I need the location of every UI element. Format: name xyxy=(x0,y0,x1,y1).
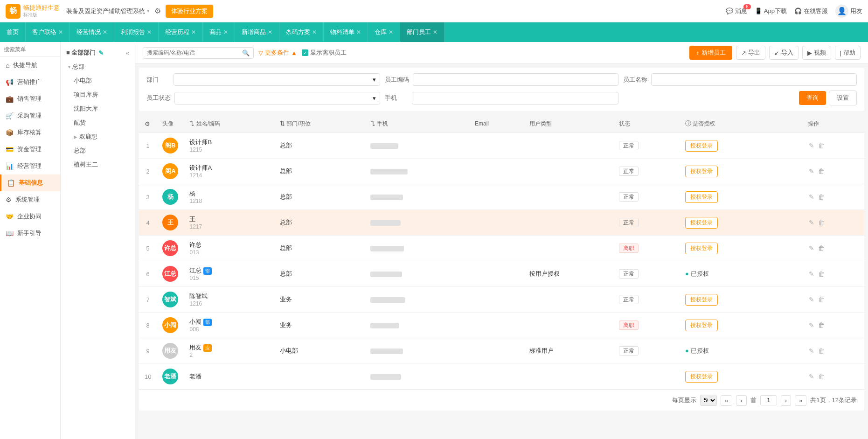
sidebar-item-purchase[interactable]: 🛒 采购管理 xyxy=(0,107,60,124)
nav-item-warehouse[interactable]: 仓库 ✕ xyxy=(368,22,400,42)
dept-item-project[interactable]: 项目库房 xyxy=(61,88,135,102)
auth-login-button[interactable]: 授权登录 xyxy=(685,294,718,306)
delete-button[interactable]: 🗑 xyxy=(818,296,825,303)
sidebar-item-nav[interactable]: ⌂ 快捷导航 xyxy=(0,57,60,74)
status-filter-select[interactable]: ▾ xyxy=(174,92,380,105)
sidebar-item-basic[interactable]: 📋 基础信息 xyxy=(0,174,60,191)
close-icon[interactable]: ✕ xyxy=(268,29,272,35)
more-filter-button[interactable]: ▽ 更多条件 ▲ xyxy=(258,49,297,57)
delete-button[interactable]: 🗑 xyxy=(818,373,825,380)
dept-item-xd[interactable]: 小电部 xyxy=(61,74,135,88)
search-input-wrap[interactable]: 🔍 xyxy=(143,47,254,59)
reset-button[interactable]: 设置 xyxy=(829,91,857,105)
video-button[interactable]: ▶ 视频 xyxy=(802,46,831,60)
query-button[interactable]: 查询 xyxy=(799,91,826,105)
auth-login-button[interactable]: 授权登录 xyxy=(685,371,718,383)
online-service-button[interactable]: 🎧 在线客服 xyxy=(794,7,828,15)
nav-item-add-goods[interactable]: 新增商品 ✕ xyxy=(235,22,279,42)
sidebar-item-guide[interactable]: 📖 新手引导 xyxy=(0,225,60,242)
dept-item-shuangluxiang[interactable]: ▶双鹿想 xyxy=(61,130,135,144)
close-icon[interactable]: ✕ xyxy=(223,29,228,35)
page-size-select[interactable]: 50 100 xyxy=(700,395,717,406)
close-icon[interactable]: ✕ xyxy=(312,29,317,35)
close-icon[interactable]: ✕ xyxy=(389,29,393,35)
user-avatar-button[interactable]: 👤 用友 xyxy=(835,5,862,18)
auth-login-button[interactable]: 授权登录 xyxy=(685,191,718,203)
delete-button[interactable]: 🗑 xyxy=(818,167,825,175)
nav-item-home[interactable]: 首页 xyxy=(0,22,26,42)
edit-dept-icon[interactable]: ✎ xyxy=(98,49,104,56)
show-resign-checkbox[interactable]: 显示离职员工 xyxy=(302,49,347,57)
sidebar-search-input[interactable] xyxy=(4,46,61,53)
empname-filter-input[interactable] xyxy=(651,73,857,86)
dept-item-shenyang[interactable]: 沈阳大库 xyxy=(61,102,135,116)
export-button[interactable]: ↗ 导出 xyxy=(736,46,765,60)
close-icon[interactable]: ✕ xyxy=(191,29,196,35)
sidebar-item-collab[interactable]: 🤝 企业协同 xyxy=(0,208,60,225)
sidebar-item-marketing[interactable]: 📢 营销推广 xyxy=(0,74,60,91)
app-download-button[interactable]: 📱 App下载 xyxy=(755,7,787,15)
edit-button[interactable]: ✎ xyxy=(809,347,814,355)
add-employee-button[interactable]: + 新增员工 xyxy=(689,46,732,60)
dept-item-headquarters[interactable]: ▾总部 xyxy=(61,60,135,74)
first-page-button[interactable]: « xyxy=(721,395,732,406)
close-icon[interactable]: ✕ xyxy=(356,29,361,35)
experience-button[interactable]: 体验行业方案 xyxy=(166,5,213,18)
edit-button[interactable]: ✎ xyxy=(809,270,814,278)
sidebar-item-manage[interactable]: 📊 经营管理 xyxy=(0,158,60,174)
edit-button[interactable]: ✎ xyxy=(809,373,814,380)
col-dept[interactable]: ⇅ 部门/职位 xyxy=(274,115,365,133)
col-phone[interactable]: ⇅ 手机 xyxy=(365,115,469,133)
sidebar-search[interactable]: 🔍 xyxy=(0,42,60,57)
dept-filter-select[interactable]: ▾ xyxy=(174,73,380,86)
prev-page-button[interactable]: ‹ xyxy=(736,395,746,406)
search-input[interactable] xyxy=(147,49,240,56)
edit-button[interactable]: ✎ xyxy=(809,321,814,329)
nav-item-customer[interactable]: 客户联络 ✕ xyxy=(26,22,70,42)
col-name[interactable]: ⇅ 姓名/编码 xyxy=(184,115,274,133)
chevron-down-icon[interactable]: ▾ xyxy=(147,8,150,14)
sidebar-item-system[interactable]: ⚙ 系统管理 xyxy=(0,191,60,208)
delete-button[interactable]: 🗑 xyxy=(818,347,825,355)
nav-item-profit[interactable]: 利润报告 ✕ xyxy=(114,22,159,42)
auth-login-button[interactable]: 授权登录 xyxy=(685,217,718,229)
edit-button[interactable]: ✎ xyxy=(809,167,814,175)
sidebar-item-inventory[interactable]: 📦 库存核算 xyxy=(0,124,60,141)
edit-button[interactable]: ✎ xyxy=(809,296,814,303)
auth-login-button[interactable]: 授权登录 xyxy=(685,243,718,254)
nav-item-dept-staff[interactable]: 部门员工 ✕ xyxy=(400,22,444,42)
collapse-tree-icon[interactable]: « xyxy=(126,49,129,56)
message-button[interactable]: 💬 6 消息 xyxy=(726,7,747,15)
delete-button[interactable]: 🗑 xyxy=(818,193,825,201)
delete-button[interactable]: 🗑 xyxy=(818,142,825,149)
sidebar-item-sales[interactable]: 💼 销售管理 xyxy=(0,91,60,107)
empcode-filter-input[interactable] xyxy=(413,73,618,86)
close-icon[interactable]: ✕ xyxy=(433,29,437,35)
delete-button[interactable]: 🗑 xyxy=(818,219,825,226)
close-icon[interactable]: ✕ xyxy=(103,29,107,35)
close-icon[interactable]: ✕ xyxy=(58,29,63,35)
dept-item-zb[interactable]: 总部 xyxy=(61,144,135,158)
auth-login-button[interactable]: 授权登录 xyxy=(685,140,718,152)
edit-button[interactable]: ✎ xyxy=(809,219,814,226)
close-icon[interactable]: ✕ xyxy=(147,29,152,35)
delete-button[interactable]: 🗑 xyxy=(818,321,825,329)
sidebar-item-finance[interactable]: 💳 资金管理 xyxy=(0,141,60,158)
dept-item-planting[interactable]: 植树王二 xyxy=(61,158,135,172)
last-page-button[interactable]: » xyxy=(795,395,806,406)
edit-button[interactable]: ✎ xyxy=(809,142,814,149)
nav-item-bom[interactable]: 物料清单 ✕ xyxy=(324,22,368,42)
delete-button[interactable]: 🗑 xyxy=(818,270,825,278)
edit-button[interactable]: ✎ xyxy=(809,193,814,201)
nav-item-operation[interactable]: 经营情况 ✕ xyxy=(70,22,114,42)
nav-item-journey[interactable]: 经营历程 ✕ xyxy=(159,22,203,42)
help-button[interactable]: | 帮助 xyxy=(835,46,861,60)
auth-login-button[interactable]: 授权登录 xyxy=(685,166,718,177)
next-page-button[interactable]: › xyxy=(781,395,791,406)
nav-item-barcode[interactable]: 条码方案 ✕ xyxy=(279,22,324,42)
page-number-input[interactable] xyxy=(760,395,777,405)
gear-icon[interactable]: ⚙ xyxy=(154,7,161,15)
edit-button[interactable]: ✎ xyxy=(809,244,814,252)
col-settings[interactable]: ⚙ xyxy=(139,115,157,133)
nav-item-goods[interactable]: 商品 ✕ xyxy=(203,22,235,42)
